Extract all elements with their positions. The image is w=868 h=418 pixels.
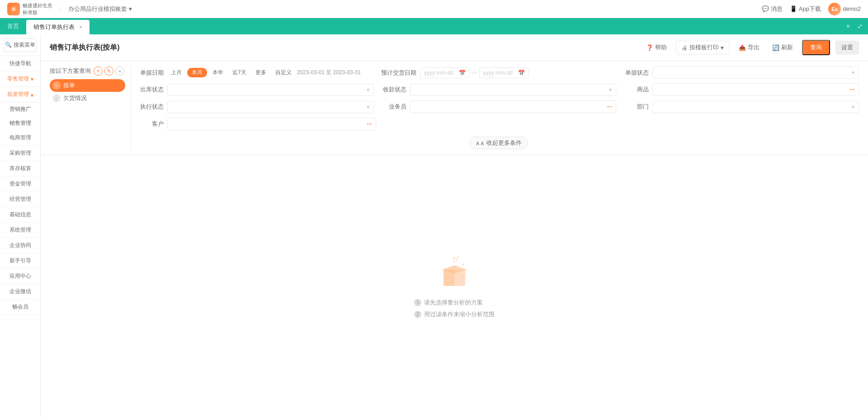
salesman-control: ··· bbox=[410, 100, 617, 113]
chevron-icon: ▾ bbox=[31, 76, 33, 82]
payment-status-control: ▾ bbox=[410, 84, 617, 96]
message-btn[interactable]: 💬 消息 bbox=[762, 5, 783, 13]
product-select[interactable]: ··· bbox=[652, 83, 859, 96]
user-area[interactable]: Ea demo2 bbox=[828, 3, 861, 15]
chevron-down-exec: ▾ bbox=[367, 104, 370, 110]
sidebar-item-capital[interactable]: 资金管理 bbox=[0, 176, 40, 192]
sidebar-search-area: 🔍 搜索菜单 bbox=[0, 34, 40, 56]
refresh-btn[interactable]: 🔄 刷新 bbox=[769, 42, 797, 53]
expected-date-label: 预计交货日期 bbox=[381, 69, 416, 77]
page-header: 销售订单执行表(按单) ❓ 帮助 🖨 按模板打印 ▾ 📤 导出 bbox=[41, 34, 868, 61]
tab-close-icon[interactable]: × bbox=[79, 24, 82, 30]
sidebar-item-newbie[interactable]: 新手引导 bbox=[0, 253, 40, 269]
download-icon: 📱 bbox=[790, 5, 797, 12]
sidebar-item-quick-nav[interactable]: 快捷导航 bbox=[0, 56, 40, 71]
search-menu-btn[interactable]: 🔍 搜索菜单 bbox=[4, 38, 37, 52]
customer-select[interactable]: ··· bbox=[167, 118, 376, 130]
sidebar-item-purchase[interactable]: 采购管理 bbox=[0, 146, 40, 161]
print-icon: 🖨 bbox=[682, 44, 688, 51]
scheme-panel-header: 按以下方案查询 + ✎ « bbox=[50, 66, 125, 76]
svg-point-8 bbox=[453, 257, 456, 259]
sidebar: 🔍 搜索菜单 快捷导航 零售管理 ▾ 批发管理 ▴ 营销推广 销售管理 电商管理… bbox=[0, 34, 41, 418]
date-tab-last-month[interactable]: 上月 bbox=[167, 68, 185, 77]
sidebar-item-operation[interactable]: 经营管理 bbox=[0, 192, 40, 207]
sidebar-item-ecommerce[interactable]: 电商管理 bbox=[0, 130, 40, 146]
dept-select[interactable]: ▾ bbox=[652, 101, 859, 113]
sidebar-item-inventory[interactable]: 库存核算 bbox=[0, 161, 40, 176]
scheme-item-debt[interactable]: ○ 欠货情况 bbox=[50, 92, 125, 104]
print-chevron-icon: ▾ bbox=[721, 44, 724, 51]
company-selector[interactable]: 办公用品行业模拟账套 ▾ bbox=[68, 5, 132, 13]
product-field: 商品 ··· bbox=[623, 83, 859, 96]
app-download-btn[interactable]: 📱 App下载 bbox=[790, 5, 821, 13]
top-header: 畅捷通好生意 标准版 | 办公用品行业模拟账套 ▾ 💬 消息 📱 App下载 E… bbox=[0, 0, 868, 18]
window-expand-btn[interactable]: ⤢ bbox=[855, 22, 864, 31]
tab-home[interactable]: 首页 bbox=[0, 18, 26, 34]
export-icon: 📤 bbox=[739, 44, 746, 51]
collapse-icon: ∧∧ bbox=[476, 140, 485, 147]
svg-text:✦: ✦ bbox=[462, 263, 465, 267]
chevron-down-delivery: ▾ bbox=[367, 86, 370, 93]
export-btn[interactable]: 📤 导出 bbox=[735, 42, 763, 53]
chevron-up-icon: ▴ bbox=[31, 91, 33, 98]
print-btn[interactable]: 🖨 按模板打印 ▾ bbox=[676, 41, 730, 54]
date-tab-this-year[interactable]: 本年 bbox=[209, 68, 227, 77]
filter-footer: ∧∧ 收起更多条件 bbox=[138, 135, 859, 149]
date-control: 上月 本月 本年 近7天 更多 自定义 2023-03-01 至 2023-03… bbox=[167, 68, 374, 77]
filter-row-2: 出库状态 ▾ 收款状态 bbox=[138, 83, 859, 96]
payment-status-select[interactable]: ▾ bbox=[410, 84, 617, 96]
dept-label: 部门 bbox=[623, 103, 649, 111]
sidebar-item-marketing[interactable]: 营销推广 bbox=[0, 102, 40, 116]
exec-status-select[interactable]: ▾ bbox=[167, 101, 374, 113]
expected-date-end[interactable]: yyyy-mm-dd 📅 bbox=[479, 67, 529, 78]
salesman-select[interactable]: ··· bbox=[410, 100, 617, 113]
filter-with-scheme: 按以下方案查询 + ✎ « bbox=[50, 66, 859, 149]
status-select[interactable]: ▾ bbox=[652, 66, 859, 79]
delivery-status-select[interactable]: ▾ bbox=[167, 84, 374, 96]
search-icon: 🔍 bbox=[5, 42, 12, 48]
add-scheme-btn[interactable]: + bbox=[94, 66, 103, 76]
svg-text:✦: ✦ bbox=[440, 273, 442, 276]
tab-sales-order[interactable]: 销售订单执行表 × bbox=[26, 20, 90, 34]
refresh-icon: 🔄 bbox=[772, 44, 779, 51]
edit-scheme-btn[interactable]: ✎ bbox=[104, 66, 113, 76]
app-logo-icon bbox=[7, 3, 20, 15]
exec-status-field: 执行状态 ▾ bbox=[138, 101, 374, 113]
date-tab-this-month[interactable]: 本月 bbox=[187, 68, 207, 77]
svg-line-7 bbox=[456, 257, 458, 261]
expected-date-start[interactable]: yyyy-mm-dd 📅 bbox=[420, 67, 470, 78]
date-field: 单据日期 上月 本月 本年 近7天 更多 自定义 20 bbox=[138, 68, 374, 77]
sidebar-section-wholesale[interactable]: 批发管理 ▴ bbox=[0, 87, 40, 102]
settings-btn[interactable]: 设置 bbox=[835, 41, 859, 54]
sidebar-item-member[interactable]: 畅会员 bbox=[0, 299, 40, 315]
scheme-panel-actions: + ✎ « bbox=[94, 66, 124, 76]
sidebar-item-app-center[interactable]: 应用中心 bbox=[0, 269, 40, 284]
svg-rect-2 bbox=[443, 270, 454, 286]
date-tabs: 上月 本月 本年 近7天 更多 自定义 bbox=[167, 68, 295, 77]
page-actions: ❓ 帮助 🖨 按模板打印 ▾ 📤 导出 🔄 刷新 bbox=[642, 40, 859, 55]
date-tab-custom[interactable]: 自定义 bbox=[272, 68, 295, 77]
search-btn[interactable]: 查询 bbox=[802, 40, 830, 55]
collapse-scheme-btn[interactable]: « bbox=[115, 66, 124, 76]
payment-status-field: 收款状态 ▾ bbox=[381, 84, 617, 96]
exec-status-label: 执行状态 bbox=[138, 103, 164, 111]
expected-date-field: 预计交货日期 yyyy-mm-dd 📅 — yyyy-mm-dd 📅 bbox=[381, 67, 617, 78]
scheme-item-by-order[interactable]: ○ 按单 bbox=[50, 79, 125, 92]
sidebar-item-system[interactable]: 系统管理 bbox=[0, 223, 40, 238]
collapse-more-btn[interactable]: ∧∧ 收起更多条件 bbox=[470, 137, 528, 149]
svg-text:✦: ✦ bbox=[465, 271, 467, 274]
dept-field: 部门 ▾ bbox=[623, 101, 859, 113]
delivery-status-label: 出库状态 bbox=[138, 86, 164, 94]
logo-text: 畅捷通好生意 标准版 bbox=[23, 2, 52, 15]
page-title: 销售订单执行表(按单) bbox=[50, 43, 120, 52]
window-close-btn[interactable]: × bbox=[844, 22, 852, 31]
exec-status-control: ▾ bbox=[167, 101, 374, 113]
date-tab-7days[interactable]: 近7天 bbox=[229, 68, 250, 77]
sidebar-section-retail[interactable]: 零售管理 ▾ bbox=[0, 71, 40, 87]
sidebar-item-basic[interactable]: 基础信息 bbox=[0, 207, 40, 223]
sidebar-item-enterprise[interactable]: 企业协同 bbox=[0, 238, 40, 253]
sidebar-item-wechat[interactable]: 企业微信 bbox=[0, 284, 40, 299]
date-tab-more[interactable]: 更多 bbox=[252, 68, 270, 77]
help-btn[interactable]: ❓ 帮助 bbox=[642, 42, 670, 53]
sidebar-item-sales-mgmt[interactable]: 销售管理 bbox=[0, 116, 40, 130]
